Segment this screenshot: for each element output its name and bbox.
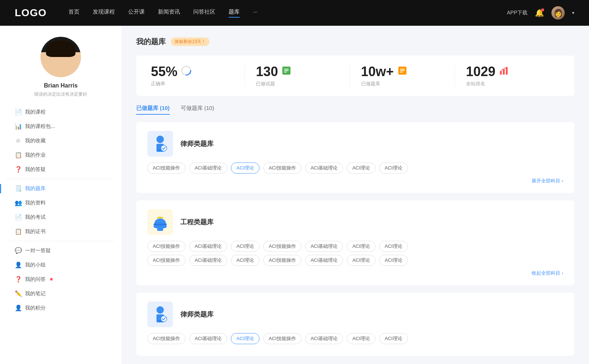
stat-done-questions: 130 已做试题 [245,64,350,87]
tag[interactable]: ACI理论 [379,163,408,174]
chat-icon: 💬 [15,247,21,254]
tag-active[interactable]: ACI理论 [231,163,260,174]
tag[interactable]: ACI理论 [379,241,408,252]
nav-news[interactable]: 新闻资讯 [158,8,180,18]
stat-done-banks: 10w+ 已做题库 [350,64,455,87]
sidebar-item-questions[interactable]: ❓ 我的答疑 [7,162,114,176]
svg-rect-10 [500,71,502,75]
nav-home[interactable]: 首页 [68,8,80,18]
tag[interactable]: ACI理论 [347,241,375,252]
main-content: 我的题库 体验剩余23天！ 55% 正确率 13 [121,26,589,364]
bank-header-engineer: 工程类题库 [147,209,563,235]
sidebar-item-my-qa[interactable]: ❓ 我的问答 [7,272,114,286]
sidebar-item-label: 我的课程包... [25,123,55,130]
svg-rect-12 [506,67,508,75]
nav-qbank[interactable]: 题库 [229,8,240,18]
doc-icon: 📄 [15,214,21,221]
svg-point-16 [161,145,167,151]
file-icon: 📄 [15,108,21,115]
done-banks-icon [398,66,407,78]
svg-point-15 [156,136,164,143]
sidebar-item-exam[interactable]: 📄 我的考试 [7,210,114,224]
tag[interactable]: ACI技能操作 [263,241,301,252]
bank-tags-row-engineer-2: ACI技能操作 ACI基础理论 ACI理论 ACI技能操作 ACI基础理论 AC… [147,255,563,266]
tag[interactable]: ACI技能操作 [147,241,186,252]
bank-name-lawyer-2: 律师类题库 [180,310,214,319]
nav-more[interactable]: ··· [253,8,258,18]
tab-available-banks[interactable]: 可做题库 (10) [181,105,214,115]
notification-dot [541,8,544,11]
sidebar-item-certificate[interactable]: 📋 我的证书 [7,224,114,239]
collapse-link-engineer[interactable]: 收起全部科目 › [532,270,563,276]
sidebar-item-label: 我的资料 [25,200,46,206]
tag[interactable]: ACI基础理论 [305,255,343,266]
tag[interactable]: ACI理论 [347,333,375,344]
nav-qa[interactable]: 问答社区 [193,8,215,18]
avatar-hair [46,40,75,57]
tag[interactable]: ACI技能操作 [147,163,186,174]
sidebar-item-group[interactable]: 👤 我的小组 [7,258,114,272]
tag[interactable]: ACI基础理论 [189,163,228,174]
done-questions-label: 已做试题 [256,81,275,87]
sidebar-item-label: 我的答疑 [25,166,46,173]
tag[interactable]: ACI基础理论 [305,333,343,344]
tag[interactable]: ACI技能操作 [263,333,301,344]
sidebar-item-notes[interactable]: ✏️ 我的笔记 [7,286,114,301]
sidebar-item-points[interactable]: 👤 我的积分 [7,301,114,315]
done-banks-label: 已做题库 [361,81,380,87]
tag[interactable]: ACI理论 [347,255,375,266]
app-download-button[interactable]: APP下载 [507,10,528,16]
navbar: LOGO 首页 发现课程 公开课 新闻资讯 问答社区 题库 ··· APP下载 … [0,0,589,26]
bank-card-lawyer-2: 律师类题库 ACI技能操作 ACI基础理论 ACI理论 ACI技能操作 ACI基… [136,293,574,356]
tag[interactable]: ACI技能操作 [147,333,186,344]
tag[interactable]: ACI技能操作 [147,255,186,266]
tab-done-banks[interactable]: 已做题库 (10) [136,105,170,115]
bank-icon-engineer [147,209,173,235]
chart-icon: 📊 [15,123,21,130]
expand-link-lawyer-1[interactable]: 展开全部科目 › [532,178,563,183]
lawyer-icon [151,134,170,153]
page-header: 我的题库 体验剩余23天！ [136,37,574,47]
svg-rect-19 [157,228,163,231]
done-questions-value: 130 [256,64,278,79]
sidebar-item-favorites[interactable]: ☆ 我的收藏 [7,133,114,148]
tag[interactable]: ACI技能操作 [263,255,301,266]
tag[interactable]: ACI理论 [231,241,260,252]
star-icon: ☆ [15,137,21,144]
sidebar-item-course-package[interactable]: 📊 我的课程包... [7,119,114,133]
sidebar-item-homework[interactable]: 📋 我的作业 [7,148,114,162]
chevron-down-icon[interactable]: ▾ [572,10,574,15]
person-icon: 👤 [15,261,21,268]
sidebar-item-question-bank[interactable]: 🗒️ 我的题库 [7,181,114,196]
bank-name-engineer: 工程类题库 [180,218,214,226]
nav-open[interactable]: 公开课 [128,8,145,18]
tag[interactable]: ACI理论 [379,333,408,344]
sidebar-item-label: 我的课程 [25,109,46,115]
logo: LOGO [15,7,46,19]
tag[interactable]: ACI理论 [379,255,408,266]
tag[interactable]: ACI理论 [347,163,375,174]
bank-header-lawyer-2: 律师类题库 [147,301,563,327]
bank-card-lawyer-1: 律师类题库 ACI技能操作 ACI基础理论 ACI理论 ACI技能操作 ACI基… [136,122,574,193]
tag[interactable]: ACI理论 [231,255,260,266]
nav-links: 首页 发现课程 公开课 新闻资讯 问答社区 题库 ··· [68,8,492,18]
tag[interactable]: ACI基础理论 [305,241,343,252]
tag[interactable]: ACI基础理论 [189,241,228,252]
stat-accuracy: 55% 正确率 [151,64,245,87]
sidebar-user-name: Brian Harris [44,82,78,89]
sidebar-item-tutoring[interactable]: 💬 一对一答疑 [7,243,114,258]
tag-active[interactable]: ACI理论 [231,333,260,344]
tag[interactable]: ACI基础理论 [305,163,343,174]
tag[interactable]: ACI技能操作 [263,163,301,174]
sidebar-item-label: 我的笔记 [25,290,46,297]
page-title: 我的题库 [136,37,166,47]
nav-discover[interactable]: 发现课程 [93,8,115,18]
sidebar-item-my-course[interactable]: 📄 我的课程 [7,105,114,119]
sidebar-item-label: 我的题库 [25,185,46,192]
avatar[interactable]: 👩 [551,6,565,19]
sidebar-item-materials[interactable]: 👥 我的资料 [7,196,114,210]
tag[interactable]: ACI基础理论 [189,333,228,344]
bank-tags-engineer-1: ACI技能操作 ACI基础理论 ACI理论 ACI技能操作 ACI基础理论 AC… [147,241,563,252]
tag[interactable]: ACI基础理论 [189,255,228,266]
notification-bell[interactable]: 🔔 [535,8,544,17]
